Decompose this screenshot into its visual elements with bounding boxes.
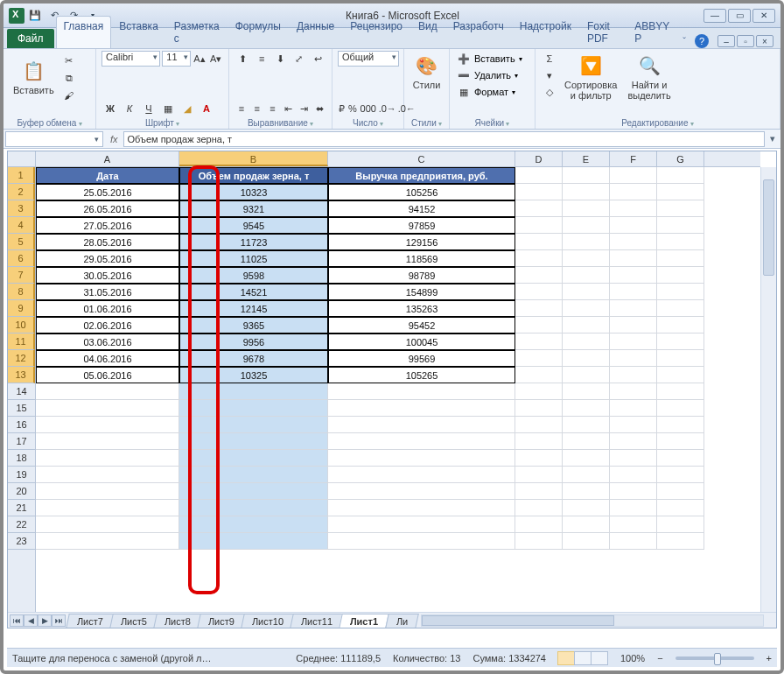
sheet-tab-лист8[interactable]: Лист8: [153, 614, 202, 628]
ribbon-tab-abbyy p[interactable]: ABBYY P: [626, 16, 677, 48]
page-layout-view-button[interactable]: [574, 651, 592, 665]
font-name-combo[interactable]: Calibri: [102, 51, 160, 67]
row-header-17[interactable]: 17: [8, 433, 35, 450]
mdi-close[interactable]: ×: [756, 35, 774, 47]
cell[interactable]: [610, 350, 657, 367]
cell[interactable]: [515, 467, 563, 483]
cell[interactable]: [657, 383, 704, 400]
cell[interactable]: 95452: [328, 317, 515, 333]
shrink-font-button[interactable]: A▾: [208, 51, 223, 67]
ribbon-tab-надстройк[interactable]: Надстройк: [512, 16, 579, 48]
border-button[interactable]: ▦: [159, 101, 177, 116]
sheet-tab-лист1[interactable]: Лист1: [340, 614, 390, 628]
minimize-ribbon-icon[interactable]: ˇ: [677, 34, 691, 48]
cell[interactable]: [563, 167, 610, 184]
row-header-20[interactable]: 20: [8, 483, 35, 500]
cell[interactable]: [657, 516, 704, 533]
cell[interactable]: [563, 483, 610, 500]
orientation-button[interactable]: ⤢: [290, 51, 307, 67]
zoom-in-button[interactable]: +: [766, 653, 772, 663]
cell[interactable]: 11723: [179, 234, 328, 250]
scroll-thumb[interactable]: [763, 179, 774, 276]
sheet-tab-лист11[interactable]: Лист11: [290, 614, 344, 628]
cell[interactable]: [563, 433, 610, 450]
align-right-button[interactable]: ≡: [266, 101, 280, 116]
clear-button[interactable]: ◇: [541, 84, 558, 100]
cell[interactable]: 12145: [179, 300, 328, 317]
row-header-9[interactable]: 9: [8, 300, 35, 317]
cell[interactable]: [657, 167, 704, 184]
cell[interactable]: [563, 417, 610, 433]
font-color-button[interactable]: A: [198, 101, 215, 116]
cell[interactable]: [563, 200, 610, 217]
cell[interactable]: 10325: [179, 367, 328, 383]
sheet-nav-last[interactable]: ⏭: [52, 614, 66, 627]
cell[interactable]: [36, 483, 179, 500]
cell[interactable]: [657, 300, 704, 317]
currency-button[interactable]: ₽: [338, 101, 346, 116]
cell[interactable]: [657, 433, 704, 450]
cell[interactable]: [179, 417, 328, 433]
cell[interactable]: [657, 234, 704, 250]
comma-button[interactable]: 000: [360, 101, 377, 116]
select-all-corner[interactable]: [8, 151, 36, 167]
cell[interactable]: 14521: [179, 284, 328, 300]
column-header-C[interactable]: C: [328, 151, 515, 166]
column-header-E[interactable]: E: [563, 151, 610, 166]
cell[interactable]: [563, 184, 610, 200]
cell[interactable]: [610, 234, 657, 250]
sheet-tab-лист9[interactable]: Лист9: [197, 614, 246, 628]
cell[interactable]: 26.05.2016: [36, 200, 179, 217]
save-icon[interactable]: 💾: [26, 7, 44, 25]
cell[interactable]: [563, 250, 610, 267]
cell[interactable]: [657, 500, 704, 516]
zoom-out-button[interactable]: −: [657, 653, 662, 663]
mdi-minimize[interactable]: –: [718, 35, 735, 47]
row-header-8[interactable]: 8: [8, 284, 35, 300]
row-header-4[interactable]: 4: [8, 217, 35, 234]
cell[interactable]: [328, 467, 515, 483]
align-left-button[interactable]: ≡: [234, 101, 248, 116]
cell[interactable]: 9598: [179, 267, 328, 284]
cell[interactable]: [515, 267, 563, 284]
cell[interactable]: [563, 300, 610, 317]
cell[interactable]: [657, 217, 704, 234]
align-bottom-button[interactable]: ⬇: [272, 51, 289, 67]
cell[interactable]: [657, 284, 704, 300]
cell[interactable]: [515, 234, 563, 250]
cell[interactable]: [515, 516, 563, 533]
ribbon-tab-вставка[interactable]: Вставка: [111, 16, 166, 48]
sheet-nav-next[interactable]: ▶: [38, 614, 52, 627]
column-header-D[interactable]: D: [515, 151, 563, 166]
decrease-indent-button[interactable]: ⇤: [281, 101, 295, 116]
cell[interactable]: [657, 184, 704, 200]
insert-cells-button[interactable]: ➕Вставить▾: [455, 51, 529, 67]
sheet-nav-prev[interactable]: ◀: [24, 614, 38, 627]
cell[interactable]: [563, 267, 610, 284]
cell[interactable]: [610, 516, 657, 533]
cell[interactable]: [563, 284, 610, 300]
grow-font-button[interactable]: A▴: [192, 51, 207, 67]
help-icon[interactable]: ?: [695, 34, 709, 48]
cut-button[interactable]: ✂: [60, 53, 78, 68]
cell[interactable]: [657, 400, 704, 417]
cell[interactable]: [36, 533, 179, 550]
cell[interactable]: [515, 483, 563, 500]
cell[interactable]: [657, 467, 704, 483]
cell[interactable]: [328, 533, 515, 550]
cell[interactable]: [657, 350, 704, 367]
cell[interactable]: 25.05.2016: [36, 184, 179, 200]
cells-area[interactable]: ДатаОбъем продаж зерна, тВыручка предпри…: [36, 167, 760, 612]
cell[interactable]: [563, 467, 610, 483]
cell[interactable]: [610, 200, 657, 217]
align-middle-button[interactable]: ≡: [253, 51, 270, 67]
cell[interactable]: [610, 417, 657, 433]
cell[interactable]: [563, 367, 610, 383]
vertical-scrollbar[interactable]: [760, 167, 776, 612]
name-box[interactable]: [5, 131, 103, 147]
cell[interactable]: [610, 383, 657, 400]
cell[interactable]: [515, 284, 563, 300]
underline-button[interactable]: Ч: [140, 101, 158, 116]
cell[interactable]: [610, 300, 657, 317]
mdi-restore[interactable]: ▫: [737, 35, 754, 47]
